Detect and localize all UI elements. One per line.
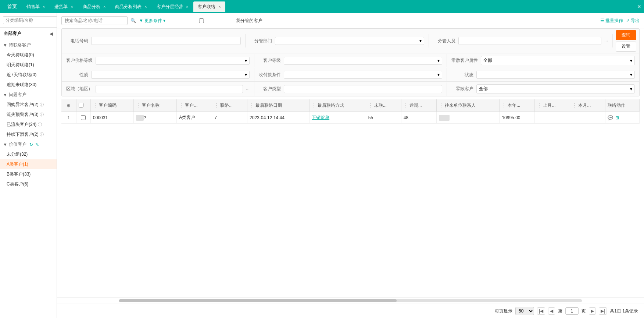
per-page-select[interactable]: 50 100 200 bbox=[515, 307, 534, 315]
more-filters-button[interactable]: ▼ 更多条件 ▾ bbox=[139, 18, 165, 24]
sidebar-item-ungrouped[interactable]: 未分组(32) bbox=[0, 149, 57, 159]
close-purchase-tab[interactable]: × bbox=[71, 4, 73, 9]
sidebar-item-a-class[interactable]: A类客户(1) bbox=[0, 159, 57, 169]
horizontal-scrollbar bbox=[57, 297, 644, 304]
close-customer-segment-tab[interactable]: × bbox=[186, 4, 188, 9]
value-edit-icon[interactable]: ✎ bbox=[35, 142, 39, 147]
sidebar-item-overdue[interactable]: 逾期未联络(30) bbox=[0, 80, 57, 90]
search-button[interactable]: 🔍 bbox=[130, 18, 136, 23]
per-page-label: 每页显示 bbox=[495, 308, 512, 314]
filter-cell-retail: 零散客户 全部 ▾ bbox=[447, 82, 639, 96]
sidebar-search-container: 🔍 bbox=[0, 13, 57, 28]
tab-customer-segment[interactable]: 客户分层经营 × bbox=[152, 1, 193, 12]
home-tab[interactable]: 首页 bbox=[3, 1, 21, 12]
sidebar-collapse-icon[interactable]: ◀ bbox=[50, 31, 53, 36]
scrollbar-thumb[interactable] bbox=[119, 299, 397, 302]
sidebar-item-today[interactable]: 今天待联络(0) bbox=[0, 50, 57, 60]
sidebar-item-churned[interactable]: 已流失客户(24) ⓘ bbox=[0, 120, 57, 130]
customer-type-label: 客户类型 bbox=[259, 86, 281, 92]
close-customer-contact-tab[interactable]: × bbox=[218, 4, 221, 9]
page-input[interactable] bbox=[565, 307, 579, 315]
retail-label: 零散客户 bbox=[451, 86, 473, 92]
prev-page-button[interactable]: ◀ bbox=[548, 307, 555, 315]
next-page-button[interactable]: ▶ bbox=[589, 307, 596, 315]
price-level-select[interactable]: ▾ bbox=[96, 57, 250, 65]
last-page-button[interactable]: ▶| bbox=[599, 307, 607, 315]
close-all-tabs[interactable]: × bbox=[637, 3, 641, 11]
query-button[interactable]: 查询 bbox=[616, 30, 636, 40]
close-sales-tab[interactable]: × bbox=[43, 4, 45, 9]
chat-icon[interactable]: 💬 bbox=[608, 115, 613, 120]
section-pending-label: 待联络客户 bbox=[9, 42, 31, 48]
tab-product-list[interactable]: 商品分析列表 × bbox=[111, 1, 151, 12]
person-input[interactable] bbox=[458, 37, 601, 45]
filter-cell-customer-level: 客户等级 ▾ bbox=[254, 54, 447, 67]
close-product-analysis-tab[interactable]: × bbox=[103, 4, 105, 9]
sidebar-section-value[interactable]: ▼ 价值客户 ↻ ✎ bbox=[0, 139, 57, 149]
page-of-label: 页 bbox=[582, 308, 586, 314]
region-dots-icon[interactable]: ··· bbox=[246, 86, 250, 92]
filter-row-4: 区域（地区） ··· 客户类型 零散客户 全部 ▾ bbox=[62, 82, 639, 96]
sidebar-section-pending[interactable]: ▼ 待联络客户 bbox=[0, 40, 57, 50]
search-input[interactable] bbox=[61, 16, 128, 25]
nature-select[interactable]: ▾ bbox=[91, 71, 250, 79]
export-button[interactable]: ↗ 导出 bbox=[626, 18, 640, 24]
my-customers-checkbox[interactable] bbox=[168, 18, 235, 23]
settings-button[interactable]: 设置 bbox=[616, 42, 636, 52]
td-no-contact: 55 bbox=[366, 112, 401, 124]
td-last-method[interactable]: 下销货单 bbox=[310, 112, 366, 124]
filter-row-2: 客户价格等级 ▾ 客户等级 ▾ 零散客户属性 全部 bbox=[62, 53, 639, 68]
td-last-date: 2023-04-12 14:44: bbox=[247, 112, 310, 124]
sidebar-item-b-class[interactable]: B类客户(33) bbox=[0, 169, 57, 179]
customer-level-select[interactable]: ▾ bbox=[284, 57, 442, 65]
phone-input[interactable] bbox=[91, 37, 241, 45]
first-page-button[interactable]: |◀ bbox=[537, 307, 545, 315]
td-index: 1 bbox=[61, 112, 76, 124]
tab-product-analysis[interactable]: 商品分析 × bbox=[78, 1, 110, 12]
status-select[interactable]: ▾ bbox=[476, 71, 635, 79]
sidebar-item-declining[interactable]: 持续下滑客户(2) ⓘ bbox=[0, 130, 57, 139]
my-customers-checkbox-label[interactable]: 我分管的客户 bbox=[168, 18, 262, 24]
sidebar-item-7days[interactable]: 近7天待联络(0) bbox=[0, 70, 57, 80]
th-action: 联络动作 bbox=[605, 99, 640, 112]
table-settings-icon[interactable]: ⚙ bbox=[67, 103, 71, 108]
row-checkbox[interactable] bbox=[81, 115, 86, 120]
td-checkbox bbox=[76, 112, 91, 124]
filter-cell-status: 状态 ▾ bbox=[447, 68, 639, 81]
close-product-list-tab[interactable]: × bbox=[144, 4, 147, 9]
sidebar-all-customers[interactable]: 全部客户 ◀ bbox=[0, 28, 57, 40]
sidebar-search-input[interactable] bbox=[3, 16, 57, 24]
action-buttons-container: 查询 设置 bbox=[613, 29, 639, 53]
sidebar: 🔍 全部客户 ◀ ▼ 待联络客户 今天待联络(0) 明天待联络(1) 近7天待联… bbox=[0, 13, 57, 318]
region-input[interactable] bbox=[96, 85, 243, 93]
top-actions: ☰ 批量操作 ↗ 导出 bbox=[600, 18, 640, 24]
sidebar-item-abnormal[interactable]: 回购异常客户(2) ⓘ bbox=[0, 100, 57, 110]
batch-op-button[interactable]: ☰ 批量操作 bbox=[600, 18, 623, 24]
person-label: 分管人员 bbox=[433, 38, 455, 44]
select-all-checkbox[interactable] bbox=[79, 103, 83, 107]
sidebar-section-problem[interactable]: ▼ 问题客户 bbox=[0, 90, 57, 100]
dept-select[interactable]: ▾ bbox=[275, 37, 425, 45]
td-visit-contact: RE . bbox=[436, 112, 500, 124]
customer-type-input[interactable] bbox=[284, 85, 442, 93]
sidebar-item-c-class[interactable]: C类客户(6) bbox=[0, 179, 57, 189]
tab-purchase[interactable]: 进货单 × bbox=[50, 1, 77, 12]
value-refresh-icon[interactable]: ↻ bbox=[29, 142, 33, 147]
payment-select[interactable]: ▾ bbox=[284, 71, 442, 79]
sidebar-item-churn-warning[interactable]: 流失预警客户(3) ⓘ bbox=[0, 110, 57, 120]
filter-row-3: 性质 ▾ 收付款条件 ▾ 状态 bbox=[62, 68, 639, 82]
th-last-month: 上月... bbox=[535, 99, 570, 112]
tab-customer-contact[interactable]: 客户联络 × bbox=[193, 1, 225, 12]
tab-sales[interactable]: 销售单 × bbox=[22, 1, 49, 12]
td-name: Ea? bbox=[134, 112, 177, 124]
phone-label: 电话号码 bbox=[66, 38, 88, 44]
table-header-row: ⚙ 客户编码 客户名称 客户... 联络... 最后联络日期 最后联络方式 未联… bbox=[61, 99, 640, 112]
total-label: 共1页 1条记录 bbox=[610, 308, 638, 314]
retail-select[interactable]: 全部 ▾ bbox=[476, 84, 635, 93]
sidebar-item-tomorrow[interactable]: 明天待联络(1) bbox=[0, 60, 57, 70]
section-value-label: 价值客户 bbox=[9, 141, 26, 148]
retail-attr-select[interactable]: 全部 ▾ bbox=[481, 56, 635, 65]
grid-icon[interactable]: ⊞ bbox=[615, 115, 619, 120]
table-row: 1 000031 Ea? A类客户 7 2023-04-12 14:44: bbox=[61, 112, 640, 124]
person-dots-icon[interactable]: ··· bbox=[604, 38, 608, 43]
